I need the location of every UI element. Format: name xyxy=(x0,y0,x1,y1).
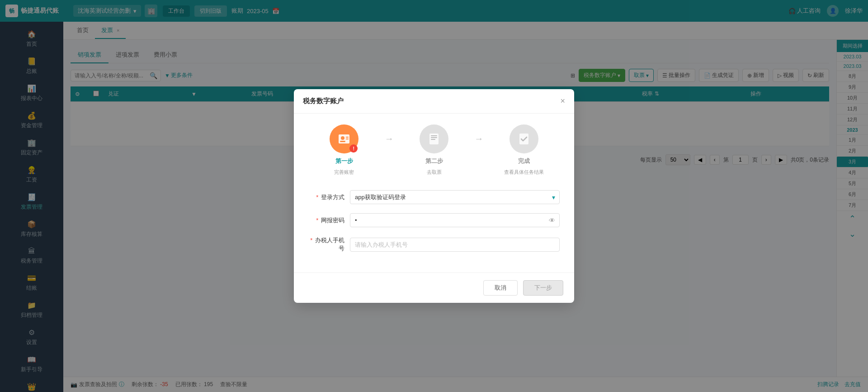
modal-footer: 取消 下一步 xyxy=(294,272,574,303)
svg-rect-6 xyxy=(431,135,437,136)
step-3-svg xyxy=(516,131,532,147)
password-row: * 网报密码 👁 xyxy=(308,213,560,227)
svg-rect-7 xyxy=(431,137,437,138)
step-1: ! 第一步 完善账密 xyxy=(308,124,380,176)
password-input[interactable] xyxy=(350,213,560,227)
step-arrow-1: → xyxy=(380,124,398,144)
step-2-label: 第二步 xyxy=(425,157,443,165)
modal-form: * 登录方式 app获取验证码登录 账号密码登录 ▾ * xyxy=(308,190,560,253)
step-2-icon-bg xyxy=(420,124,448,153)
next-button[interactable]: 下一步 xyxy=(523,280,563,296)
step-2-svg xyxy=(426,131,442,147)
cancel-button[interactable]: 取消 xyxy=(483,280,518,296)
modal-overlay: 税务数字账户 × xyxy=(0,0,868,392)
steps-row: ! 第一步 完善账密 → xyxy=(308,124,560,176)
step-2-icon-wrap xyxy=(420,124,448,153)
svg-rect-3 xyxy=(346,137,349,138)
step-2: 第二步 去取票 xyxy=(398,124,470,176)
step-3-icon-wrap xyxy=(509,124,538,153)
phone-input[interactable] xyxy=(350,238,560,252)
svg-rect-4 xyxy=(346,139,349,139)
step-3-desc: 查看具体任务结果 xyxy=(504,169,544,176)
step-3: 完成 查看具体任务结果 xyxy=(488,124,560,176)
tax-digital-modal: 税务数字账户 × xyxy=(294,89,574,303)
step-arrow-2: → xyxy=(470,124,488,144)
phone-label: * 办税人手机号 xyxy=(308,236,344,253)
login-method-row: * 登录方式 app获取验证码登录 账号密码登录 ▾ xyxy=(308,190,560,204)
step-1-svg xyxy=(336,131,352,147)
step-3-label: 完成 xyxy=(518,157,530,165)
modal-body: ! 第一步 完善账密 → xyxy=(294,114,574,272)
svg-rect-8 xyxy=(431,139,435,140)
eye-icon[interactable]: 👁 xyxy=(549,217,555,224)
modal-header: 税务数字账户 × xyxy=(294,89,574,114)
step-1-error-badge: ! xyxy=(349,144,358,153)
password-control: 👁 xyxy=(350,213,560,227)
login-method-select[interactable]: app获取验证码登录 账号密码登录 xyxy=(350,190,560,204)
password-label: * 网报密码 xyxy=(308,216,344,225)
login-method-label: * 登录方式 xyxy=(308,193,344,201)
modal-close-button[interactable]: × xyxy=(560,96,565,106)
modal-title: 税务数字账户 xyxy=(303,97,344,105)
step-1-label: 第一步 xyxy=(335,157,353,165)
phone-row: * 办税人手机号 xyxy=(308,236,560,253)
phone-control xyxy=(350,238,560,252)
step-1-desc: 完善账密 xyxy=(334,169,354,176)
step-3-icon-bg xyxy=(509,124,538,153)
svg-rect-2 xyxy=(340,141,345,142)
svg-point-1 xyxy=(341,136,344,140)
login-method-control: app获取验证码登录 账号密码登录 ▾ xyxy=(350,190,560,204)
step-2-desc: 去取票 xyxy=(427,169,442,176)
step-1-icon-wrap: ! xyxy=(330,124,359,153)
